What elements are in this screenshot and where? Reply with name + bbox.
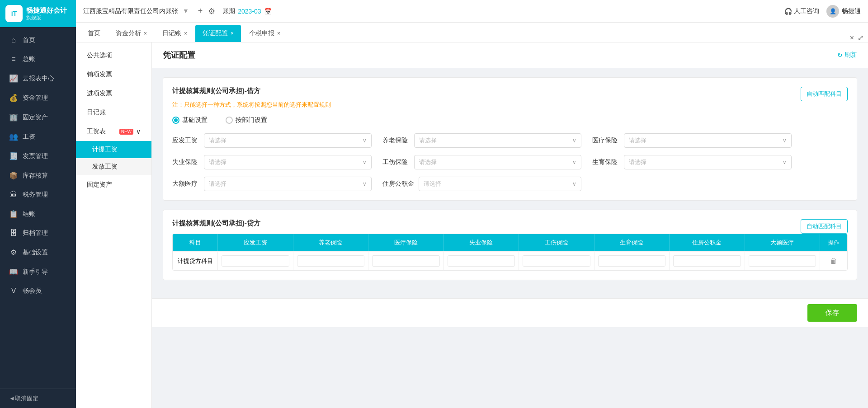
tab-voucher-config[interactable]: 凭证配置 × [195,25,241,42]
guide-icon: 📖 [9,267,18,276]
input-pension[interactable] [297,255,365,267]
subnav-pay-wage[interactable]: 发放工资 [76,158,151,175]
sidebar-item-assets[interactable]: 🏢 固定资产 [0,108,76,127]
tab-tax-filing[interactable]: 个税申报 × [242,25,288,42]
company-name: 江西服宝精品有限责任公司内账张 [83,7,178,14]
select-base-salary[interactable]: 请选择 ∨ [204,133,372,148]
tab-fund-analysis-close[interactable]: × [144,30,147,37]
td-work-injury-input[interactable] [519,252,594,270]
sidebar-item-guide[interactable]: 📖 新手引导 [0,262,76,281]
td-base-salary-input[interactable] [218,252,293,270]
select-pension[interactable]: 请选择 ∨ [414,133,582,148]
unpin-button[interactable]: ◄取消固定 [0,389,76,408]
headset-icon: 🎧 [784,8,792,15]
radio-dept[interactable]: 按部门设置 [226,116,267,124]
select-maternity[interactable]: 请选择 ∨ [624,155,792,169]
sidebar-item-inventory[interactable]: 📦 库存核算 [0,166,76,185]
tab-journal[interactable]: 日记账 × [155,25,194,42]
input-large-medical[interactable] [749,255,816,267]
subnav: 公共选项 销项发票 进项发票 日记账 工资表 NEW ∨ 计提工资 发放工资 固… [76,42,152,408]
td-medical-input[interactable] [368,252,444,270]
sidebar-item-home[interactable]: ⌂ 首页 [0,31,76,50]
service-button[interactable]: 🎧 人工咨询 [784,7,819,15]
sidebar-item-salary[interactable]: 👥 工资 [0,127,76,146]
sidebar-label-ledger: 总账 [23,55,35,63]
topbar-right: 🎧 人工咨询 👤 畅捷通 [784,5,861,18]
subnav-public[interactable]: 公共选项 [76,46,151,65]
sidebar-label-settings: 基础设置 [23,249,48,257]
tab-home[interactable]: 首页 [80,25,108,42]
tab-tax-filing-close[interactable]: × [277,30,280,37]
td-housing-fund-input[interactable] [670,252,745,270]
td-delete[interactable]: 🗑 [820,252,847,270]
period-value: 2023-03 [238,8,261,15]
sidebar-item-report[interactable]: 📈 云报表中心 [0,69,76,88]
tax-icon: 🏛 [9,191,18,199]
sidebar-item-settings[interactable]: ⚙ 基础设置 [0,243,76,262]
expand-tab-button[interactable]: ⤢ [858,33,863,42]
add-button[interactable]: + [198,6,203,16]
tab-voucher-config-close[interactable]: × [231,30,234,37]
debit-auto-match-button[interactable]: 自动匹配科目 [801,87,848,101]
sidebar: iT 畅捷通好会计 旗舰版 ⌂ 首页 ≡ 总账 📈 云报表中心 💰 资金管理 🏢… [0,0,76,408]
select-large-medical[interactable]: 请选择 ∨ [204,177,372,191]
subnav-sales-invoice[interactable]: 销项发票 [76,65,151,84]
home-icon: ⌂ [9,36,18,44]
sidebar-label-guide: 新手引导 [23,268,48,276]
sidebar-item-member[interactable]: V 畅会员 [0,281,76,300]
sidebar-item-archive[interactable]: 🗄 归档管理 [0,224,76,243]
input-housing-fund[interactable] [673,255,741,267]
input-base-salary[interactable] [222,255,289,267]
credit-auto-match-button[interactable]: 自动匹配科目 [801,219,848,234]
sidebar-item-close[interactable]: 📋 结账 [0,204,76,224]
form-item-medical: 医疗保险 请选择 ∨ [592,133,792,148]
sidebar-item-tax[interactable]: 🏛 税务管理 [0,185,76,204]
debit-section-note: 注：只能选择一种方式，系统将按照您当前的选择来配置规则 [172,101,792,109]
period-selector[interactable]: 账期 2023-03 📅 [222,7,271,15]
unpin-label: ◄取消固定 [9,394,38,403]
subnav-journal[interactable]: 日记账 [76,103,151,122]
input-work-injury[interactable] [523,255,590,267]
td-pension-input[interactable] [293,252,369,270]
sidebar-item-ledger[interactable]: ≡ 总账 [0,50,76,69]
td-maternity-input[interactable] [594,252,670,270]
subnav-purchase-invoice[interactable]: 进项发票 [76,84,151,103]
subnav-accrue-wage[interactable]: 计提工资 [76,141,151,158]
sidebar-item-invoice[interactable]: 🧾 发票管理 [0,146,76,166]
user-menu[interactable]: 👤 畅捷通 [826,5,861,18]
input-maternity[interactable] [598,255,666,267]
save-button[interactable]: 保存 [807,304,857,322]
form-item-pension: 养老保险 请选择 ∨ [382,133,582,148]
select-medical[interactable]: 请选择 ∨ [624,133,792,148]
td-large-medical-input[interactable] [745,252,821,270]
service-label: 人工咨询 [794,7,819,15]
salary-icon: 👥 [9,132,18,141]
input-medical[interactable] [372,255,440,267]
company-selector[interactable]: 江西服宝精品有限责任公司内账张 ▼ [83,7,189,15]
select-unemployment[interactable]: 请选择 ∨ [204,155,372,169]
subnav-wage-table[interactable]: 工资表 NEW ∨ [76,122,151,141]
radio-basic[interactable]: 基础设置 [172,116,208,124]
close-tab-button[interactable]: × [850,34,854,42]
select-work-injury[interactable]: 请选择 ∨ [414,155,582,169]
tab-journal-close[interactable]: × [184,30,187,37]
sidebar-label-home: 首页 [23,36,35,44]
select-housing-fund[interactable]: 请选择 ∨ [419,177,582,191]
input-unemployment[interactable] [448,255,515,267]
main-area: 江西服宝精品有限责任公司内账张 ▼ + ⚙ 账期 2023-03 📅 🎧 人工咨… [76,0,868,408]
tab-voucher-config-label: 凭证配置 [203,29,228,38]
sidebar-item-fund[interactable]: 💰 资金管理 [0,88,76,108]
th-base-salary: 应发工资 [218,234,293,251]
tab-journal-label: 日记账 [162,29,181,38]
refresh-button[interactable]: ↻ 刷新 [837,51,857,59]
tab-fund-analysis[interactable]: 资金分析 × [108,25,154,42]
settings-button[interactable]: ⚙ [208,6,215,16]
calendar-icon: 📅 [264,8,272,15]
sidebar-label-tax: 税务管理 [23,191,48,199]
avatar-icon: 👤 [830,8,836,14]
subnav-fixed-assets[interactable]: 固定资产 [76,175,151,194]
delete-icon[interactable]: 🗑 [830,257,837,265]
td-unemployment-input[interactable] [444,252,519,270]
label-large-medical: 大额医疗 [172,180,199,188]
table-header: 科目 应发工资 养老保险 医疗保险 失业保险 工伤保险 生育保险 住房公积金 大… [173,234,847,251]
